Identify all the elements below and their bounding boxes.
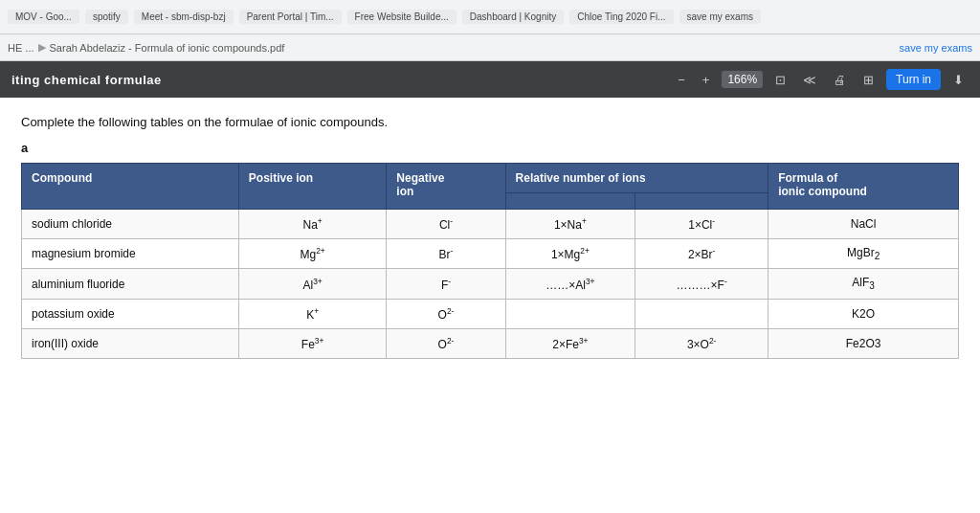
cell-positive-ion: Na+	[238, 210, 387, 239]
cell-negative-ion: Br-	[387, 239, 505, 269]
share-button[interactable]: ≪	[798, 71, 821, 89]
cell-rel2: ………×F-	[635, 269, 768, 299]
toolbar-right: save my exams	[900, 42, 972, 54]
cell-negative-ion: F-	[387, 269, 505, 299]
cell-rel1	[505, 299, 635, 328]
cell-rel1: 1×Mg2+	[505, 239, 635, 269]
cell-compound: iron(III) oxide	[22, 328, 239, 358]
tab-website[interactable]: Free Website Builde...	[347, 10, 457, 24]
address-bar: HE ... ▶ Sarah Abdelaziz - Formula of io…	[0, 34, 980, 61]
cell-rel2	[635, 299, 768, 328]
cell-compound: potassium oxide	[22, 299, 239, 328]
table-row: aluminium fluoride Al3+ F- ……×Al3+ ………×F…	[22, 269, 959, 299]
cell-formula: NaCl	[768, 210, 959, 239]
more-options-button[interactable]: ⬇	[948, 71, 969, 89]
tab-list: MOV - Goo... spotify Meet - sbm-disp-bzj…	[8, 10, 761, 24]
instruction-text: Complete the following tables on the for…	[21, 115, 959, 129]
table-row: potassium oxide K+ O2- K2O	[22, 299, 959, 328]
tab-kognity[interactable]: Dashboard | Kognity	[462, 10, 564, 24]
col-rel-sub2	[635, 193, 768, 210]
col-positive-ion: Positive ion	[238, 164, 387, 210]
ionic-compounds-table: Compound Positive ion Negativeion Relati…	[21, 163, 959, 359]
cell-positive-ion: K+	[238, 299, 387, 328]
cell-compound: magnesium bromide	[22, 239, 239, 269]
zoom-in-button[interactable]: +	[698, 71, 715, 89]
tab-spotify[interactable]: spotify	[85, 10, 128, 24]
table-row: magnesium bromide Mg2+ Br- 1×Mg2+ 2×Br- …	[22, 239, 959, 269]
cell-rel2: 1×Cl-	[635, 210, 768, 239]
breadcrumb-he: HE ...	[8, 42, 34, 54]
zoom-level: 166%	[722, 71, 763, 88]
pdf-content-area: Complete the following tables on the for…	[0, 98, 980, 513]
save-my-exams-link[interactable]: save my exams	[900, 42, 972, 54]
cell-formula: MgBr2	[768, 239, 959, 269]
cell-compound: sodium chloride	[22, 210, 239, 239]
col-relative-number: Relative number of ions	[505, 164, 768, 193]
tab-mov[interactable]: MOV - Goo...	[8, 10, 79, 24]
breadcrumb: HE ... ▶ Sarah Abdelaziz - Formula of io…	[8, 41, 284, 54]
pdf-title: iting chemical formulae	[11, 73, 162, 87]
table-row: sodium chloride Na+ Cl- 1×Na+ 1×Cl- NaCl	[22, 210, 959, 239]
cell-rel1: ……×Al3+	[505, 269, 635, 299]
col-rel-sub1	[505, 193, 635, 210]
breadcrumb-filename: Sarah Abdelaziz - Formula of ionic compo…	[50, 42, 285, 54]
cell-rel1: 1×Na+	[505, 210, 635, 239]
section-label: a	[21, 141, 959, 155]
cell-formula: K2O	[768, 299, 959, 328]
fit-page-button[interactable]: ⊡	[770, 71, 791, 89]
pdf-controls: − + 166% ⊡ ≪ 🖨 ⊞ Turn in ⬇	[673, 69, 969, 90]
cell-negative-ion: O2-	[387, 328, 505, 358]
table-row: iron(III) oxide Fe3+ O2- 2×Fe3+ 3×O2- Fe…	[22, 328, 959, 358]
turn-in-button[interactable]: Turn in	[886, 69, 941, 90]
cell-positive-ion: Al3+	[238, 269, 387, 299]
tab-meet[interactable]: Meet - sbm-disp-bzj	[134, 10, 234, 24]
cell-positive-ion: Mg2+	[238, 239, 387, 269]
cell-rel1: 2×Fe3+	[505, 328, 635, 358]
cell-formula: AlF3	[768, 269, 959, 299]
print-button[interactable]: 🖨	[829, 71, 851, 89]
cell-formula: Fe2O3	[768, 328, 959, 358]
breadcrumb-separator: ▶	[38, 41, 46, 54]
cell-compound: aluminium fluoride	[22, 269, 239, 299]
cell-rel2: 3×O2-	[635, 328, 768, 358]
browser-tab-bar: MOV - Goo... spotify Meet - sbm-disp-bzj…	[0, 0, 980, 34]
tab-savemyexams[interactable]: save my exams	[679, 10, 761, 24]
tab-chloe[interactable]: Chloe Ting 2020 Fi...	[569, 10, 673, 24]
col-compound: Compound	[22, 164, 239, 210]
col-formula: Formula ofionic compound	[768, 164, 959, 210]
cell-rel2: 2×Br-	[635, 239, 768, 269]
pdf-viewer-bar: iting chemical formulae − + 166% ⊡ ≪ 🖨 ⊞…	[0, 61, 980, 98]
cell-positive-ion: Fe3+	[238, 328, 387, 358]
cell-negative-ion: O2-	[387, 299, 505, 328]
tab-parent[interactable]: Parent Portal | Tim...	[239, 10, 342, 24]
download-button[interactable]: ⊞	[858, 71, 879, 89]
col-negative-ion: Negativeion	[387, 164, 505, 210]
cell-negative-ion: Cl-	[387, 210, 505, 239]
zoom-out-button[interactable]: −	[673, 71, 690, 89]
